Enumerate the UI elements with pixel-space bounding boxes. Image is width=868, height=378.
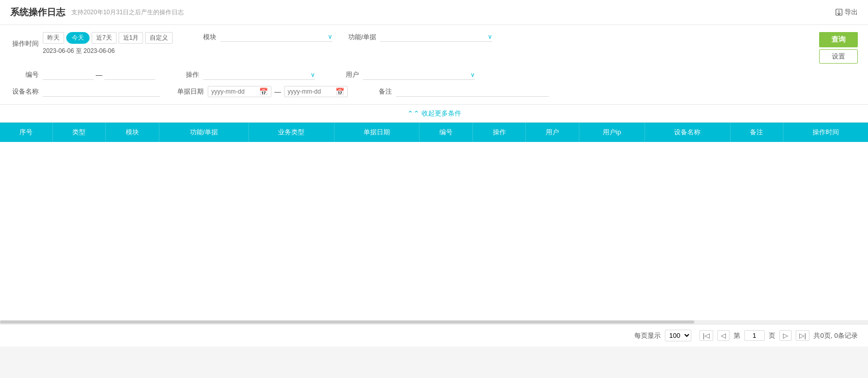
collapse-bar[interactable]: ⌃⌃ 收起更多条件: [0, 105, 868, 123]
col-voucher-date: 单据日期: [334, 123, 419, 142]
col-user: 用户: [526, 123, 579, 142]
col-biz-type: 业务类型: [249, 123, 334, 142]
number-sep: —: [96, 71, 102, 79]
date-start-input[interactable]: [211, 88, 257, 95]
module-filter: 模块 ∨: [188, 32, 332, 42]
function-label: 功能/单据: [348, 33, 376, 42]
col-remark: 备注: [730, 123, 783, 142]
date-start-box: 📅: [208, 86, 271, 97]
filter-row-1: 操作时间 昨天 今天 近7天 近1月 自定义 2023-06-06 至 2023…: [10, 32, 858, 64]
number-end-input[interactable]: [104, 70, 155, 80]
page-size-select[interactable]: 100 50 200 500: [665, 330, 691, 341]
last-page-button[interactable]: ▷|: [796, 330, 809, 341]
collapse-label: 收起更多条件: [422, 109, 461, 118]
col-type: 类型: [52, 123, 105, 142]
remark-input[interactable]: [396, 86, 549, 97]
custom-btn[interactable]: 自定义: [145, 32, 173, 44]
prev-page-button[interactable]: ◁: [717, 330, 730, 341]
number-range: —: [43, 70, 155, 80]
total-text: 共0页, 0条记录: [814, 331, 858, 340]
scrollbar-area[interactable]: [0, 320, 868, 324]
header-row: 序号 类型 模块 功能/单据 业务类型 单据日期 编号 操作 用户 用户ip 设…: [0, 123, 868, 142]
page-header: 系统操作日志 支持2020年10月31日之后产生的操作日志 导出: [0, 0, 868, 25]
date-range-text: 2023-06-06 至 2023-06-06: [43, 47, 115, 55]
user-chevron-icon: ∨: [470, 71, 475, 78]
page-number-input[interactable]: [744, 330, 765, 341]
col-index: 序号: [0, 123, 52, 142]
col-device: 设备名称: [645, 123, 730, 142]
page-subtitle: 支持2020年10月31日之后产生的操作日志: [71, 8, 184, 17]
table-container: 序号 类型 模块 功能/单据 业务类型 单据日期 编号 操作 用户 用户ip 设…: [0, 123, 868, 320]
voucher-date-label: 单据日期: [175, 87, 204, 96]
action-buttons: 查询 设置: [809, 32, 858, 64]
operation-filter: 操作 ∨: [171, 70, 315, 80]
operation-chevron-icon: ∨: [311, 71, 315, 78]
operation-label: 操作: [171, 70, 199, 79]
yesterday-btn[interactable]: 昨天: [43, 32, 64, 44]
date-sep: —: [274, 88, 281, 96]
col-function: 功能/单据: [159, 123, 248, 142]
calendar-start-icon[interactable]: 📅: [259, 88, 268, 96]
function-select[interactable]: ∨: [380, 32, 492, 42]
number-start-input[interactable]: [43, 70, 94, 80]
function-filter: 功能/单据 ∨: [348, 32, 492, 42]
settings-button[interactable]: 设置: [819, 49, 858, 64]
data-table: 序号 类型 模块 功能/单据 业务类型 单据日期 编号 操作 用户 用户ip 设…: [0, 123, 868, 320]
export-label: 导出: [845, 8, 858, 17]
today-btn[interactable]: 今天: [66, 32, 90, 44]
7days-btn[interactable]: 近7天: [92, 32, 117, 44]
module-chevron-icon: ∨: [328, 33, 332, 40]
device-filter: 设备名称: [10, 86, 160, 97]
export-button[interactable]: 导出: [835, 8, 858, 17]
time-label: 操作时间: [10, 39, 39, 48]
table-header: 序号 类型 模块 功能/单据 业务类型 单据日期 编号 操作 用户 用户ip 设…: [0, 123, 868, 142]
device-input[interactable]: [43, 86, 160, 97]
scrollbar-thumb[interactable]: [0, 321, 694, 324]
page-unit: 页: [769, 331, 775, 340]
date-buttons: 昨天 今天 近7天 近1月 自定义: [43, 32, 173, 44]
next-page-button[interactable]: ▷: [779, 330, 792, 341]
footer: 每页显示 100 50 200 500 |◁ ◁ 第 页 ▷ ▷| 共0页, 0…: [0, 324, 868, 346]
voucher-date-filter: 单据日期 📅 — 📅: [175, 86, 348, 97]
remark-label: 备注: [363, 87, 392, 96]
page-size-label: 每页显示: [634, 331, 661, 340]
number-filter: 编号 —: [10, 70, 155, 80]
collapse-up-icon: ⌃⌃: [407, 109, 419, 118]
date-filter: 昨天 今天 近7天 近1月 自定义 2023-06-06 至 2023-06-0…: [43, 32, 173, 55]
1month-btn[interactable]: 近1月: [119, 32, 144, 44]
voucher-date-range: 📅 — 📅: [208, 86, 348, 97]
page-title: 系统操作日志: [10, 6, 65, 18]
module-select[interactable]: ∨: [220, 32, 332, 42]
col-user-ip: 用户ip: [579, 123, 645, 142]
col-number: 编号: [419, 123, 472, 142]
date-end-input[interactable]: [288, 88, 333, 95]
user-select[interactable]: ∨: [363, 70, 475, 80]
first-page-button[interactable]: |◁: [699, 330, 713, 341]
col-module: 模块: [106, 123, 159, 142]
export-icon: [835, 9, 843, 16]
number-label: 编号: [10, 70, 39, 79]
table-body: [0, 142, 868, 320]
col-operation: 操作: [472, 123, 525, 142]
col-op-time: 操作时间: [783, 123, 868, 142]
operation-select[interactable]: ∨: [203, 70, 315, 80]
function-chevron-icon: ∨: [488, 33, 492, 40]
page-label: 第: [734, 331, 740, 340]
filter-row-3: 设备名称 单据日期 📅 — 📅 备注: [10, 86, 858, 97]
module-label: 模块: [188, 33, 216, 42]
calendar-end-icon[interactable]: 📅: [335, 88, 344, 96]
user-label: 用户: [330, 70, 359, 79]
time-filter: 操作时间 昨天 今天 近7天 近1月 自定义 2023-06-06 至 2023…: [10, 32, 173, 55]
remark-filter: 备注: [363, 86, 549, 97]
query-button[interactable]: 查询: [819, 32, 858, 47]
device-label: 设备名称: [10, 87, 39, 96]
filter-row-2: 编号 — 操作 ∨ 用户 ∨: [10, 70, 858, 80]
user-filter: 用户 ∨: [330, 70, 475, 80]
filter-panel: 操作时间 昨天 今天 近7天 近1月 自定义 2023-06-06 至 2023…: [0, 25, 868, 105]
date-end-box: 📅: [284, 86, 348, 97]
